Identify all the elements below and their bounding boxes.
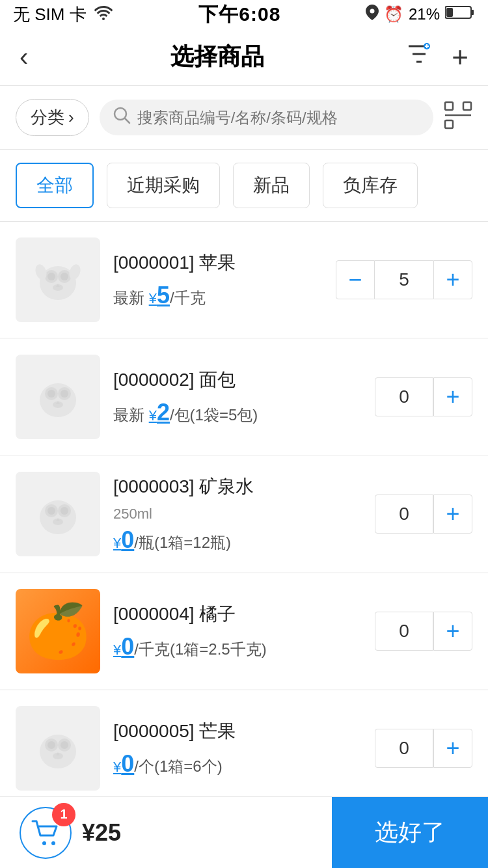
quantity-control: + (375, 729, 472, 768)
search-box (100, 100, 433, 135)
status-time: 下午6:08 (198, 1, 280, 28)
svg-rect-2 (446, 8, 453, 17)
quantity-input[interactable] (375, 612, 433, 651)
product-item: [0000005] 芒果 ¥0/个(1箱=6个) + (0, 690, 488, 806)
back-button[interactable]: ‹ (20, 42, 28, 72)
quantity-input[interactable] (375, 495, 433, 534)
svg-line-10 (125, 118, 129, 123)
svg-rect-1 (471, 10, 474, 15)
quantity-plus-button[interactable]: + (433, 729, 472, 768)
product-item: [0000003] 矿泉水 250ml ¥0/瓶(1箱=12瓶) + (0, 456, 488, 572)
location-icon (366, 5, 379, 24)
svg-point-28 (61, 390, 68, 398)
product-price: 最新 ¥2/包(1袋=5包) (113, 399, 362, 426)
quantity-control: + (375, 495, 472, 534)
svg-point-38 (40, 735, 76, 768)
product-item: 🍊 [0000004] 橘子 ¥0/千克(1箱=2.5千克) + (0, 573, 488, 689)
page-title: 选择商品 (170, 41, 264, 73)
product-info: [0000003] 矿泉水 250ml ¥0/瓶(1箱=12瓶) (113, 474, 362, 554)
product-image: 🍊 (16, 589, 100, 673)
search-icon (113, 106, 131, 129)
product-spec: 250ml (113, 506, 362, 522)
quantity-plus-button[interactable]: + (433, 495, 472, 534)
product-price: ¥0/千克(1箱=2.5千克) (113, 633, 362, 660)
product-image (16, 472, 100, 556)
no-sim-text: 无 SIM 卡 (13, 3, 87, 26)
svg-point-41 (47, 741, 55, 749)
bottom-bar: 1 ¥25 选好了 (0, 796, 488, 868)
quantity-input[interactable] (375, 377, 433, 416)
cart-total: ¥25 (82, 819, 121, 847)
svg-point-18 (47, 273, 55, 280)
category-arrow: › (68, 107, 74, 128)
quantity-input[interactable] (375, 729, 433, 768)
product-info: [0000001] 苹果 最新 ¥5/千克 (113, 251, 323, 309)
svg-point-34 (47, 507, 55, 515)
product-image (16, 355, 100, 439)
product-image (16, 237, 100, 322)
product-info: [0000004] 橘子 ¥0/千克(1箱=2.5千克) (113, 602, 362, 660)
svg-point-31 (40, 500, 76, 534)
tab-negative[interactable]: 负库存 (323, 163, 418, 208)
nav-bar: ‹ 选择商品 + (0, 29, 488, 86)
product-info: [0000002] 面包 最新 ¥2/包(1袋=5包) (113, 368, 362, 426)
nav-actions: + (406, 41, 468, 74)
search-input[interactable] (137, 109, 420, 127)
quantity-control: − + (336, 260, 472, 299)
product-price: 最新 ¥5/千克 (113, 282, 323, 309)
svg-point-19 (61, 273, 68, 280)
quantity-minus-button[interactable]: − (336, 260, 375, 299)
tabs-row: 全部 近期采购 新品 负库存 (0, 150, 488, 222)
cart-icon-wrap[interactable]: 1 (20, 807, 72, 859)
wifi-icon (93, 5, 114, 25)
product-item: [0000001] 苹果 最新 ¥5/千克 − + (0, 222, 488, 338)
product-list: [0000001] 苹果 最新 ¥5/千克 − + [ (0, 222, 488, 868)
quantity-input[interactable] (375, 260, 433, 299)
category-button[interactable]: 分类 › (16, 99, 89, 136)
filter-icon[interactable] (406, 42, 432, 72)
product-name: [0000001] 苹果 (113, 251, 323, 275)
tab-recent[interactable]: 近期采购 (107, 163, 220, 208)
product-name: [0000004] 橘子 (113, 602, 362, 627)
svg-point-27 (47, 390, 55, 398)
svg-point-42 (61, 741, 68, 749)
quantity-plus-button[interactable]: + (433, 377, 472, 416)
svg-point-58 (51, 841, 55, 845)
quantity-plus-button[interactable]: + (433, 612, 472, 651)
product-price: ¥0/个(1箱=6个) (113, 750, 362, 778)
product-image (16, 706, 100, 791)
cart-section: 1 ¥25 (0, 807, 332, 859)
tab-all[interactable]: 全部 (16, 163, 94, 208)
cart-badge: 1 (52, 803, 75, 826)
quantity-control: + (375, 612, 472, 651)
quantity-control: + (375, 377, 472, 416)
svg-rect-11 (445, 102, 453, 110)
product-name: [0000003] 矿泉水 (113, 474, 362, 499)
status-bar: 无 SIM 卡 下午6:08 ⏰ 21% (0, 0, 488, 29)
filter-row: 分类 › (0, 86, 488, 150)
battery-icon (445, 5, 475, 23)
confirm-button[interactable]: 选好了 (332, 797, 488, 869)
product-item: [0000002] 面包 最新 ¥2/包(1袋=5包) + (0, 339, 488, 455)
alarm-icon: ⏰ (384, 5, 403, 23)
add-icon[interactable]: + (452, 41, 468, 74)
battery-text: 21% (409, 5, 440, 23)
product-price: ¥0/瓶(1箱=12瓶) (113, 526, 362, 554)
status-left: 无 SIM 卡 (13, 3, 114, 26)
quantity-plus-button[interactable]: + (433, 260, 472, 299)
product-name: [0000005] 芒果 (113, 719, 362, 744)
svg-rect-13 (445, 120, 453, 128)
svg-point-35 (61, 507, 68, 515)
category-label: 分类 (31, 106, 64, 129)
product-name: [0000002] 面包 (113, 368, 362, 392)
scan-icon[interactable] (444, 101, 472, 135)
status-right: ⏰ 21% (366, 5, 475, 24)
svg-rect-12 (463, 102, 471, 110)
svg-point-57 (42, 841, 46, 845)
product-info: [0000005] 芒果 ¥0/个(1箱=6个) (113, 719, 362, 778)
tab-new[interactable]: 新品 (233, 163, 310, 208)
svg-point-24 (40, 383, 76, 417)
